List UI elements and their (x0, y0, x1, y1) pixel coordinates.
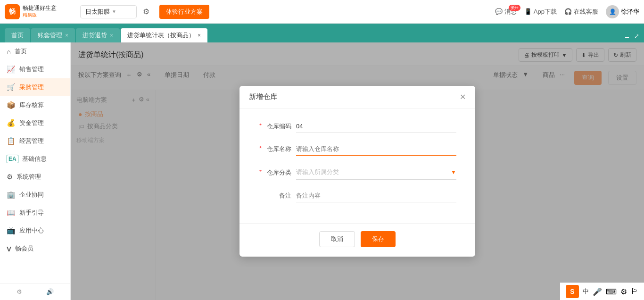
save-button[interactable]: 保存 (361, 231, 396, 247)
tab-home-label: 首页 (11, 31, 24, 40)
app-icon: 📱 (524, 8, 532, 15)
sidebar-settings-icon[interactable]: ⚙ (17, 288, 22, 295)
store-arrow-icon: ▼ (112, 9, 116, 14)
sidebar-item-guide[interactable]: 📖 新手引导 (0, 204, 70, 222)
sidebar-purchase-label: 采购管理 (19, 83, 44, 92)
keyboard-icon[interactable]: ⌨ (606, 287, 617, 296)
tab-purchase-stats-close-icon[interactable]: × (198, 32, 201, 39)
dialog-footer: 取消 保存 (239, 223, 475, 257)
cancel-button[interactable]: 取消 (319, 231, 355, 247)
store-name: 日太阳膜 (85, 8, 110, 16)
bottom-bar: S 中 🎤 ⌨ ⚙ 🏳 (560, 283, 644, 300)
tab-home[interactable]: 首页 (5, 28, 30, 42)
tab-account-close-icon[interactable]: × (65, 32, 68, 39)
settings-icon-bottom[interactable]: ⚙ (620, 287, 627, 296)
code-input[interactable] (296, 120, 456, 133)
app-download-label: App下载 (534, 8, 557, 16)
category-arrow-icon: ▼ (451, 169, 456, 175)
sidebar: ⌂ 首页 📈 销售管理 🛒 采购管理 📦 库存核算 💰 资金管理 📋 经营管理 … (0, 42, 71, 300)
form-row-name: 仓库名称 (258, 142, 456, 156)
sidebar-guide-label: 新手引导 (19, 208, 44, 217)
dialog-close-icon[interactable]: ✕ (460, 92, 466, 101)
online-service-label: 在线客服 (574, 8, 598, 16)
tab-bar-right: 🗕 ⤢ (624, 33, 639, 42)
message-icon: 💬 (495, 8, 503, 15)
trial-button[interactable]: 体验行业方案 (159, 5, 209, 19)
sidebar-item-sales[interactable]: 📈 销售管理 (0, 60, 70, 78)
dialog-header: 新增仓库 ✕ (239, 86, 475, 108)
note-input[interactable] (296, 189, 456, 202)
tab-purchase-return-close-icon[interactable]: × (110, 32, 113, 39)
category-select[interactable]: 请输入所属分类 ▼ (296, 165, 456, 180)
category-label: 仓库分类 (258, 168, 296, 177)
note-label: 备注 (258, 192, 296, 200)
sidebar-item-enterprise[interactable]: 🏢 企业协同 (0, 186, 70, 204)
sidebar-speaker-icon[interactable]: 🔊 (46, 288, 54, 295)
sidebar-item-basic-info[interactable]: EA 基础信息 (0, 150, 70, 168)
headset-icon: 🎧 (564, 8, 572, 15)
sidebar-finance-label: 资金管理 (19, 119, 44, 127)
tab-purchase-return[interactable]: 进货退货 × (76, 28, 120, 42)
mic-icon[interactable]: 🎤 (593, 287, 602, 296)
sidebar-item-operations[interactable]: 📋 经营管理 (0, 132, 70, 150)
sidebar-system-label: 系统管理 (17, 173, 41, 181)
tab-bar: 首页 账套管理 × 进货退货 × 进货单统计表（按商品） × 🗕 ⤢ (0, 24, 644, 42)
code-label: 仓库编码 (258, 122, 296, 131)
app-download-item[interactable]: 📱 App下载 (524, 8, 557, 16)
header-right: 💬 消息 99+ 📱 App下载 🎧 在线客服 👤 徐泽华 (495, 5, 639, 18)
tab-purchase-stats[interactable]: 进货单统计表（按商品） × (121, 28, 207, 42)
system-icon: ⚙ (7, 173, 13, 181)
guide-icon: 📖 (7, 208, 16, 217)
flag-icon: 🏳 (631, 287, 638, 296)
tab-purchase-stats-label: 进货单统计表（按商品） (127, 31, 195, 40)
operations-icon: 📋 (7, 137, 16, 145)
sidebar-bottom: ⚙ 🔊 (0, 283, 70, 300)
store-selector[interactable]: 日太阳膜 ▼ (80, 5, 137, 18)
logo-icon: 畅 (5, 4, 20, 19)
name-input[interactable] (296, 142, 456, 156)
message-item[interactable]: 💬 消息 99+ (495, 8, 517, 16)
s-logo: S (566, 285, 579, 298)
sidebar-sales-label: 销售管理 (19, 65, 44, 74)
inventory-icon: 📦 (7, 101, 16, 109)
form-row-note: 备注 (258, 189, 456, 202)
dialog-title: 新增仓库 (249, 92, 277, 101)
sidebar-item-home[interactable]: ⌂ 首页 (0, 42, 70, 60)
home-icon: ⌂ (7, 48, 11, 56)
form-row-code: 仓库编码 (258, 120, 456, 133)
tab-account-label: 账套管理 (38, 31, 62, 40)
dialog-body: 仓库编码 仓库名称 仓库分类 请输入所属分类 ▼ (239, 108, 475, 223)
sidebar-item-system[interactable]: ⚙ 系统管理 (0, 168, 70, 186)
sidebar-home-label: 首页 (15, 47, 27, 56)
sidebar-item-finance[interactable]: 💰 资金管理 (0, 114, 70, 132)
sidebar-item-inventory[interactable]: 📦 库存核算 (0, 96, 70, 114)
logo-text-wrap: 畅捷通好生意 精易版 (23, 5, 57, 19)
tab-minimize-icon[interactable]: 🗕 (624, 33, 630, 40)
logo-title: 畅捷通好生意 (23, 5, 57, 12)
form-row-category: 仓库分类 请输入所属分类 ▼ (258, 165, 456, 180)
tab-maximize-icon[interactable]: ⤢ (634, 33, 639, 40)
name-label: 仓库名称 (258, 145, 296, 153)
sales-icon: 📈 (7, 65, 16, 74)
sidebar-item-app[interactable]: 📺 应用中心 (0, 222, 70, 240)
settings-gear-icon[interactable]: ⚙ (139, 4, 154, 19)
logo-area: 畅 畅捷通好生意 精易版 (5, 4, 75, 19)
online-service-item[interactable]: 🎧 在线客服 (564, 8, 598, 16)
top-header: 畅 畅捷通好生意 精易版 日太阳膜 ▼ ⚙ 体验行业方案 💬 消息 99+ 📱 … (0, 0, 644, 24)
tab-account[interactable]: 账套管理 × (31, 28, 75, 42)
content-area: 进货单统计(按商品) 🖨 按模板打印 ▼ ⬇ 导出 ↻ 刷新 按以下方案查询 (71, 42, 644, 300)
basic-info-icon: EA (7, 155, 18, 163)
category-placeholder: 请输入所属分类 (296, 168, 339, 176)
new-warehouse-dialog: 新增仓库 ✕ 仓库编码 仓库名称 仓库 (239, 86, 475, 257)
dialog-overlay: 新增仓库 ✕ 仓库编码 仓库名称 仓库 (71, 42, 644, 300)
sidebar-operations-label: 经营管理 (19, 137, 44, 145)
logo-sub: 精易版 (23, 12, 57, 18)
sidebar-item-member[interactable]: V 畅会员 (0, 240, 70, 258)
sidebar-app-label: 应用中心 (19, 226, 44, 235)
user-avatar-area[interactable]: 👤 徐泽华 (606, 5, 639, 18)
chinese-label: 中 (583, 287, 589, 296)
username: 徐泽华 (621, 8, 639, 16)
sidebar-enterprise-label: 企业协同 (19, 191, 44, 199)
sidebar-item-purchase[interactable]: 🛒 采购管理 (0, 78, 70, 96)
main-layout: ⌂ 首页 📈 销售管理 🛒 采购管理 📦 库存核算 💰 资金管理 📋 经营管理 … (0, 42, 644, 300)
